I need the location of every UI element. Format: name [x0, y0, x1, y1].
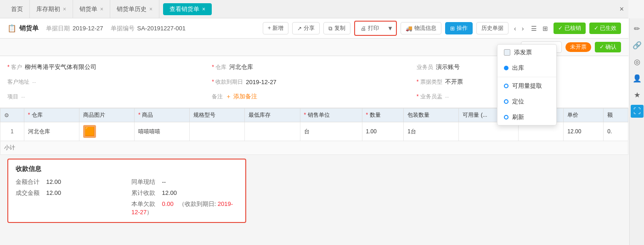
- col-warehouse: * 仓库: [24, 108, 79, 122]
- edit-sidebar-icon[interactable]: ✏: [631, 22, 644, 35]
- total-value: 12.00: [46, 178, 61, 185]
- view-icons: ☰ ⊞: [529, 24, 550, 33]
- doc-number-value: SA-20191227-001: [137, 25, 186, 32]
- deal-amount-col: 成交金额 12.00: [16, 189, 122, 197]
- confirm-label: 确认: [605, 44, 616, 50]
- add-notes-button[interactable]: ＋ 添加备注: [226, 92, 257, 101]
- logistics-icon: 🚚: [406, 25, 412, 32]
- star-sidebar-icon[interactable]: ★: [631, 88, 644, 101]
- col-spec: 规格型号: [190, 108, 245, 122]
- payment-date-value: 2019-12-27: [246, 79, 277, 85]
- row-spec: [190, 122, 245, 141]
- payment-date-label: 收款到期日: [212, 78, 243, 86]
- tab-bar-close-btn[interactable]: ×: [620, 5, 624, 13]
- dropdown-outbound[interactable]: 出库: [497, 60, 556, 76]
- tab-sales-history-label: 销货单历史: [117, 5, 147, 13]
- doc-number-label: 单据编号: [111, 24, 135, 33]
- grid-view-icon[interactable]: ⊞: [541, 24, 550, 33]
- tab-bar: 首页 库存期初 × 销货单 × 销货单历史 × 查看销货单 × ×: [0, 0, 628, 18]
- row-amount: 0.: [604, 122, 628, 141]
- tab-view-sales-label: 查看销货单: [169, 5, 199, 13]
- owed-col: 本单欠款 0.00 （收款到期日: 2019-12-27）: [131, 200, 238, 217]
- share-button-label: 分享: [304, 24, 315, 32]
- radio-selected-icon: [504, 66, 508, 70]
- logistics-button-label: 物流信息: [414, 24, 436, 32]
- share-icon: ↗: [297, 25, 302, 32]
- doc-title: 📋 销货单: [7, 24, 39, 33]
- dropdown-add-invoice-label: 添发票: [514, 48, 532, 57]
- product-thumbnail: 🟧: [83, 125, 96, 138]
- payment-grid: 金额合计 12.00 同单现结 -- 成交金额 12.00 累计收款 12.00: [16, 178, 238, 217]
- ops-icon: ⊞: [450, 25, 455, 32]
- col-settings[interactable]: ⚙: [0, 108, 24, 122]
- next-arrow[interactable]: ›: [520, 24, 526, 33]
- cumulative-value: 12.00: [162, 189, 177, 196]
- tab-inventory-close[interactable]: ×: [63, 6, 66, 12]
- copy-button[interactable]: ⧉ 复制: [323, 22, 350, 34]
- dropdown-outbound-label: 出库: [512, 64, 524, 72]
- confirm-button[interactable]: ✓ 确认: [595, 42, 621, 52]
- target-sidebar-icon[interactable]: ◎: [631, 55, 644, 68]
- project-label: 项目: [7, 93, 18, 101]
- dropdown-locate[interactable]: 定位: [497, 94, 556, 109]
- ops-button[interactable]: ⊞ 操作: [445, 22, 473, 34]
- print-dropdown-arrow[interactable]: ▼: [385, 25, 395, 32]
- dropdown-add-invoice[interactable]: 添发票: [497, 45, 556, 60]
- dropdown-locate-label: 定位: [512, 97, 524, 106]
- logistics-button[interactable]: 🚚 物流信息: [401, 22, 441, 34]
- payment-info-box: 收款信息 金额合计 12.00 同单现结 -- 成交金额 12.00 累计收款: [7, 159, 246, 223]
- new-button[interactable]: + 新增: [263, 22, 288, 34]
- effect-button[interactable]: ✓ 已生效: [589, 23, 621, 34]
- row-warehouse: 河北仓库: [24, 122, 79, 141]
- link-sidebar-icon[interactable]: 🔗: [631, 39, 644, 51]
- address-label: 客户地址: [7, 78, 29, 86]
- print-icon: 🖨: [361, 25, 366, 32]
- project-row: 项目 --: [7, 91, 212, 102]
- tab-home[interactable]: 首页: [5, 0, 30, 18]
- tab-sales-label: 销货单: [79, 5, 97, 13]
- dropdown-refresh[interactable]: 刷新: [497, 109, 556, 125]
- expand-sidebar-icon[interactable]: ⛶: [631, 105, 644, 118]
- settings-icon[interactable]: ⚙: [4, 112, 9, 119]
- doc-date-value: 2019-12-27: [73, 25, 103, 32]
- doc-date-meta: 单据日期 2019-12-27: [46, 24, 103, 33]
- sold-button[interactable]: ✓ 已核销: [554, 23, 585, 34]
- user-sidebar-icon[interactable]: 👤: [631, 72, 644, 85]
- not-open-label: 未开票: [570, 44, 587, 50]
- doc-date-label: 单据日期: [46, 24, 70, 33]
- customer-label: 客户: [7, 63, 22, 71]
- share-button[interactable]: ↗ 分享: [292, 22, 320, 34]
- same-order-value: --: [162, 178, 166, 185]
- subtotal-row: 小计: [0, 141, 628, 155]
- doc-actions: + 新增 ↗ 分享 ⧉ 复制 🖨 打印 ▼ 🚚 物流信息: [263, 21, 621, 36]
- tab-sales-close[interactable]: ×: [100, 6, 103, 12]
- owed-value: 0.00: [162, 200, 173, 207]
- dropdown-divider: [497, 77, 556, 77]
- not-open-button[interactable]: 未开票: [565, 42, 591, 52]
- doc-icon: 📋: [7, 24, 17, 33]
- tab-sales-history[interactable]: 销货单历史 ×: [110, 0, 159, 18]
- tab-sales-history-close[interactable]: ×: [149, 6, 153, 12]
- copy-icon: ⧉: [328, 25, 333, 32]
- ticket-type-label: 票据类型: [417, 78, 442, 86]
- history-button-label: 历史单据: [481, 24, 503, 32]
- print-button[interactable]: 🖨 打印: [356, 23, 384, 34]
- effect-button-label: ✓ 已生效: [594, 25, 616, 31]
- dropdown-refresh-label: 刷新: [512, 113, 524, 121]
- dropdown-available-qty[interactable]: 可用量提取: [497, 78, 556, 94]
- prev-arrow[interactable]: ‹: [512, 24, 518, 33]
- radio-empty-icon-2: [504, 99, 508, 104]
- tab-view-sales[interactable]: 查看销货单 ×: [163, 3, 212, 15]
- col-pack-qty: 包装数量: [404, 108, 459, 122]
- tab-view-sales-close[interactable]: ×: [202, 6, 205, 12]
- col-unit: * 销售单位: [300, 108, 362, 122]
- radio-empty-icon: [504, 84, 508, 88]
- list-view-icon[interactable]: ☰: [529, 24, 539, 33]
- tab-sales[interactable]: 销货单 ×: [73, 0, 110, 18]
- right-sidebar: ✏ 🔗 ◎ 👤 ★ ⛶: [629, 18, 644, 245]
- tab-inventory[interactable]: 库存期初 ×: [30, 0, 73, 18]
- tab-home-label: 首页: [11, 5, 23, 13]
- subtotal-label: 小计: [0, 141, 628, 155]
- history-button[interactable]: 历史单据: [476, 22, 508, 34]
- checkbox-icon: [504, 49, 510, 56]
